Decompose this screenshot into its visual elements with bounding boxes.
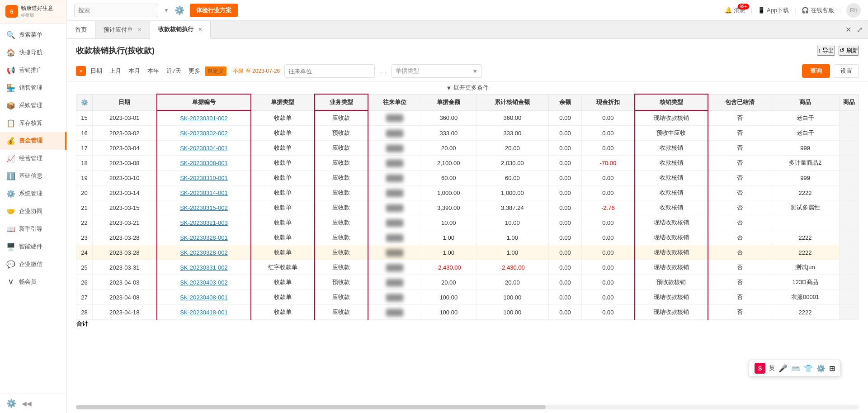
sidebar-item-sales[interactable]: 🏪 销售管理 [0, 79, 66, 97]
sidebar-item-corp[interactable]: 🤝 企业协同 [0, 203, 66, 220]
system-icon: ⚙️ [6, 190, 15, 198]
footer-accum [476, 320, 549, 328]
query-button[interactable]: 查询 [802, 64, 830, 78]
receipt-type-dropdown[interactable]: 单据类型 ▼ [392, 64, 482, 78]
sidebar-item-purchase[interactable]: 📦 采购管理 [0, 97, 66, 114]
finance-icon: 💰 [6, 137, 15, 145]
row-accum: 1,000.00 [476, 185, 549, 200]
row-code[interactable]: SK-20230331-002 [157, 260, 251, 275]
tab-label-collection: 收款核销执行 [158, 25, 193, 33]
sidebar-item-search[interactable]: 🔍 搜索菜单 [0, 26, 66, 44]
tab-collection[interactable]: 收款核销执行 ✕ [150, 21, 211, 39]
row-code[interactable]: SK-20230304-001 [157, 141, 251, 156]
row-code[interactable]: SK-20230301-002 [157, 110, 251, 126]
row-code[interactable]: SK-20230408-001 [157, 290, 251, 305]
row-biz-type: 应收款 [315, 156, 368, 171]
topbar-gear-icon[interactable]: ⚙️ [175, 5, 184, 15]
row-amount: -2,430.00 [421, 260, 476, 275]
row-code[interactable]: SK-20230302-002 [157, 126, 251, 141]
row-code[interactable]: SK-20230308-001 [157, 156, 251, 171]
sidebar: 6 畅康道好生意 标推版 🔍 搜索菜单 🏠 快捷导航 📢 营销推广 🏪 销售管理… [0, 0, 67, 413]
row-code[interactable]: SK-20230328-002 [157, 245, 251, 260]
tab-expand-button[interactable]: ⤢ [855, 24, 864, 36]
sidebar-item-wechat[interactable]: 💬 企业微信 [0, 256, 66, 273]
tab-actions: ✕ ⤢ [844, 24, 868, 36]
this-year-button[interactable]: 本年 [145, 66, 162, 76]
row-code[interactable]: SK-20230418-001 [157, 305, 251, 320]
user-avatar[interactable]: Rit [846, 3, 861, 18]
close-collection-icon[interactable]: ✕ [198, 27, 202, 33]
app-download-button[interactable]: 📱 App下载 [758, 6, 789, 14]
row-balance: 0.00 [549, 126, 582, 141]
table-row: 262023-04-03SK-20230403-002收款单预收款████20.… [76, 275, 859, 290]
more-button[interactable]: 更多 [186, 66, 203, 76]
expand-more-bar[interactable]: ▼ 展开更多条件 [67, 82, 868, 94]
sidebar-item-member[interactable]: V 畅会员 [0, 273, 66, 290]
ime-keyboard-icon[interactable]: ⌨️ [791, 364, 800, 373]
settings-icon[interactable]: ⚙️ [6, 399, 16, 408]
row-code[interactable]: SK-20230315-002 [157, 200, 251, 215]
row-unit: ████ [368, 290, 421, 305]
collapse-icon[interactable]: ◀◀ [22, 400, 32, 407]
row-code[interactable]: SK-20230321-003 [157, 215, 251, 230]
row-included: 否 [708, 156, 771, 171]
unit-filter-input[interactable] [284, 64, 375, 78]
row-code[interactable]: SK-20230328-001 [157, 230, 251, 245]
filter-toggle-button[interactable]: » [76, 66, 86, 76]
col-settings[interactable]: ⚙️ [76, 94, 93, 110]
row-date: 2023-03-15 [93, 200, 157, 215]
custom-date-button[interactable]: 自定义 [205, 66, 226, 76]
row-cancel-type: 预收中应收 [635, 126, 708, 141]
scrollbar-thumb[interactable] [76, 405, 546, 409]
solution-button[interactable]: 体验行业方案 [190, 4, 238, 17]
row-no: 24 [76, 245, 93, 260]
table-row: 212023-03-15SK-20230315-002收款单应收款████3,3… [76, 200, 859, 215]
row-biz-type: 应收款 [315, 200, 368, 215]
row-amount: 10.00 [421, 215, 476, 230]
sidebar-item-basic[interactable]: ℹ️ 基础信息 [0, 167, 66, 185]
this-month-button[interactable]: 本月 [126, 66, 143, 76]
row-accum: 100.00 [476, 305, 549, 320]
last-month-button[interactable]: 上月 [107, 66, 124, 76]
ime-mic-icon[interactable]: 🎤 [778, 364, 788, 373]
sidebar-item-quick-nav[interactable]: 🏠 快捷导航 [0, 44, 66, 62]
export-button[interactable]: ↑ 导出 [817, 46, 835, 56]
row-bill-type: 收款单 [251, 126, 314, 141]
ime-skin-icon[interactable]: 👕 [804, 364, 813, 373]
row-biz-type: 应收款 [315, 290, 368, 305]
row-code[interactable]: SK-20230310-001 [157, 171, 251, 185]
sidebar-item-guide[interactable]: 📖 新手引导 [0, 220, 66, 238]
sidebar-label: 营销推广 [19, 66, 42, 74]
tab-home[interactable]: 首页 [67, 21, 95, 38]
sidebar-item-hardware[interactable]: 🖥️ 智能硬件 [0, 238, 66, 256]
ime-settings-icon[interactable]: ⚙️ [816, 364, 826, 373]
last7-button[interactable]: 近7天 [164, 66, 184, 76]
row-product2-img [840, 260, 859, 275]
row-discount: 0.00 [581, 126, 634, 141]
refresh-button[interactable]: ↺ 刷新 [839, 46, 859, 56]
row-balance: 0.00 [549, 260, 582, 275]
sidebar-item-finance[interactable]: 💰 资金管理 [0, 132, 66, 150]
sidebar-item-operation[interactable]: 📈 经营管理 [0, 150, 66, 167]
purchase-icon: 📦 [6, 101, 15, 110]
sidebar-item-system[interactable]: ⚙️ 系统管理 [0, 185, 66, 203]
table-row: 192023-03-10SK-20230310-001收款单应收款████60.… [76, 171, 859, 185]
row-code[interactable]: SK-20230403-002 [157, 275, 251, 290]
search-input[interactable] [74, 4, 158, 17]
tab-close-button[interactable]: ✕ [844, 24, 853, 36]
row-bill-type: 红字收款单 [251, 260, 314, 275]
customer-service-button[interactable]: 🎧 在线客服 [802, 6, 834, 14]
row-code[interactable]: SK-20230314-001 [157, 185, 251, 200]
horizontal-scrollbar[interactable] [76, 405, 859, 409]
close-prepay-icon[interactable]: ✕ [137, 27, 142, 33]
row-biz-type: 应收款 [315, 230, 368, 245]
row-discount: 0.00 [581, 215, 634, 230]
ime-grid-icon[interactable]: ⊞ [829, 364, 835, 373]
sidebar-item-inventory[interactable]: 📋 库存核算 [0, 114, 66, 132]
notification-button[interactable]: 🔔 消息 99+ [725, 6, 745, 14]
setting-button[interactable]: 设置 [834, 64, 859, 78]
tab-prepay[interactable]: 预计应付单 ✕ [95, 21, 150, 38]
row-product1 [771, 215, 840, 230]
sidebar-item-marketing[interactable]: 📢 营销推广 [0, 62, 66, 79]
row-included: 否 [708, 290, 771, 305]
